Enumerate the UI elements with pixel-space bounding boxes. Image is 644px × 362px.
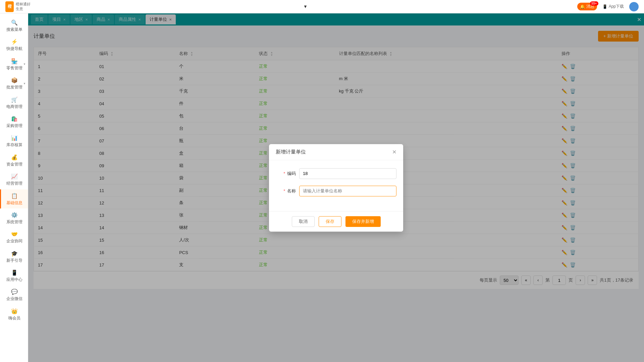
partner-icon: 🤝	[11, 231, 18, 237]
sidebar-item-label: 新手引导	[6, 258, 22, 263]
company-selector[interactable]: ▼	[303, 4, 308, 9]
sidebar-item-search-menu[interactable]: 🔍 搜索菜单	[0, 16, 28, 35]
sidebar-item-label: 应用中心	[6, 277, 22, 282]
system-icon: ⚙️	[11, 212, 18, 218]
retail-icon: 🏪	[11, 58, 18, 64]
sidebar-item-enterprise[interactable]: 💬 企业微信	[0, 285, 28, 304]
phone-icon: 📱	[602, 4, 607, 9]
code-input[interactable]	[299, 168, 396, 179]
sidebar-item-retail[interactable]: 🏪 零售管理	[0, 55, 28, 74]
sidebar-item-operation[interactable]: 📈 经营管理	[0, 170, 28, 189]
sidebar-item-inventory[interactable]: 📊 库存核算	[0, 131, 28, 150]
sidebar-item-label: 批发管理	[6, 85, 22, 89]
modal-close-button[interactable]: ✕	[392, 149, 396, 155]
flash-icon: ⚡	[11, 39, 18, 45]
sidebar-item-label: 零售管理	[6, 66, 22, 70]
sidebar-item-label: 企业协同	[6, 239, 22, 243]
operation-icon: 📈	[11, 173, 18, 180]
basic-info-icon: 📋	[11, 193, 18, 199]
sidebar-item-label: 嗨会员	[8, 316, 20, 320]
save-and-new-button[interactable]: 保存并新增	[345, 216, 381, 227]
form-row-name: * 名称	[276, 186, 396, 196]
sidebar-item-label: 搜索菜单	[6, 27, 22, 32]
cancel-button[interactable]: 取消	[292, 216, 315, 227]
name-label: * 名称	[276, 188, 296, 194]
bell-icon: 🔔	[580, 4, 585, 9]
sidebar-item-label: 经营管理	[6, 181, 22, 186]
add-measure-unit-modal: 新增计量单位 ✕ * 编码 * 名称 取消 保存 保存并新增	[269, 144, 403, 232]
enterprise-icon: 💬	[11, 289, 18, 295]
ecommerce-icon: 🛒	[11, 97, 18, 103]
form-row-code: * 编码	[276, 168, 396, 179]
modal-overlay: 新增计量单位 ✕ * 编码 * 名称 取消 保存 保存并新增	[28, 13, 644, 362]
header-right: 🔔 消息 99+ 📱 App下载	[577, 2, 639, 11]
save-button[interactable]: 保存	[319, 216, 341, 227]
logo-text: 橙林通好生意	[16, 2, 34, 11]
member-icon: 👑	[11, 308, 18, 314]
notification-badge: 99+	[590, 1, 598, 6]
sidebar-item-label: 基础信息	[6, 200, 22, 205]
sidebar-item-member[interactable]: 👑 嗨会员	[0, 305, 28, 324]
modal-title: 新增计量单位	[276, 149, 306, 155]
logo-area: 橙 橙林通好生意	[5, 1, 34, 12]
wholesale-icon: 📦	[11, 77, 18, 83]
notification-button[interactable]: 🔔 消息 99+	[577, 3, 597, 10]
sidebar-item-ecommerce[interactable]: 🛒 电商管理	[0, 93, 28, 112]
sidebar-item-label: 快捷导航	[6, 46, 22, 51]
sidebar: 🔍 搜索菜单 ⚡ 快捷导航 🏪 零售管理 📦 批发管理 🛒 电商管理 🛍️ 采购…	[0, 13, 28, 362]
sidebar-item-purchase[interactable]: 🛍️ 采购管理	[0, 112, 28, 131]
top-header: 橙 橙林通好生意 ▼ 🔔 消息 99+ 📱 App下载	[0, 0, 644, 13]
purchase-icon: 🛍️	[11, 116, 18, 122]
sidebar-item-system[interactable]: ⚙️ 系统管理	[0, 208, 28, 228]
search-icon: 🔍	[11, 19, 18, 26]
modal-header: 新增计量单位 ✕	[269, 144, 403, 160]
logo-icon: 橙	[5, 1, 14, 12]
sidebar-item-finance[interactable]: 💰 资金管理	[0, 151, 28, 170]
name-input[interactable]	[299, 186, 396, 196]
sidebar-item-label: 资金管理	[6, 162, 22, 167]
guide-icon: 🎓	[11, 250, 18, 257]
modal-body: * 编码 * 名称	[269, 160, 403, 211]
sidebar-item-app-center[interactable]: 📱 应用中心	[0, 266, 28, 285]
sidebar-item-label: 库存核算	[6, 142, 22, 147]
sidebar-item-label: 采购管理	[6, 123, 22, 128]
sidebar-item-wholesale[interactable]: 📦 批发管理	[0, 74, 28, 93]
sidebar-item-partner[interactable]: 🤝 企业协同	[0, 228, 28, 247]
header-center: ▼	[34, 4, 577, 9]
sidebar-item-guide[interactable]: 🎓 新手引导	[0, 247, 28, 266]
sidebar-item-label: 电商管理	[6, 104, 22, 109]
code-label: * 编码	[276, 171, 296, 177]
sidebar-item-label: 系统管理	[6, 220, 22, 224]
user-avatar[interactable]	[629, 2, 639, 11]
app-download-button[interactable]: 📱 App下载	[602, 4, 624, 9]
app-center-icon: 📱	[11, 269, 18, 276]
sidebar-item-basic-info[interactable]: 📋 基础信息	[0, 189, 28, 208]
modal-footer: 取消 保存 保存并新增	[269, 211, 403, 232]
inventory-icon: 📊	[11, 135, 18, 141]
sidebar-item-label: 企业微信	[6, 296, 22, 301]
sidebar-item-quick-nav[interactable]: ⚡ 快捷导航	[0, 35, 28, 54]
finance-icon: 💰	[11, 154, 18, 161]
